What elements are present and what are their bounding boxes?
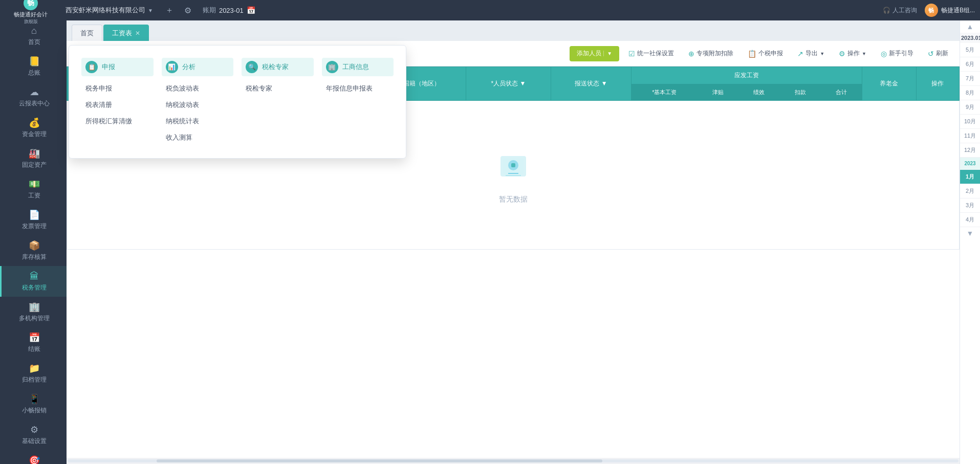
nav-down-arrow[interactable]: ▼: [960, 227, 980, 239]
tax-return-label: 个税申报: [758, 49, 783, 58]
social-insurance-label: 统一社保设置: [637, 49, 674, 58]
menu-item-tax-declaration[interactable]: 税务申报: [81, 80, 154, 97]
add-btn-arrow-icon[interactable]: ▼: [603, 51, 612, 56]
add-person-label: 添加人员: [577, 49, 601, 58]
social-insurance-icon: ☑: [628, 50, 635, 58]
month-5[interactable]: 5月: [960, 43, 980, 57]
period-value: 2023-01: [219, 7, 244, 14]
new-guide-icon: ◎: [881, 50, 887, 58]
sidebar-item-fund[interactable]: 💰 资金管理: [0, 113, 67, 143]
declaration-icon: 📋: [85, 61, 98, 73]
menu-item-tax-check[interactable]: 税检专家: [242, 80, 314, 97]
add-person-button[interactable]: 添加人员 ▼: [570, 46, 619, 61]
month-8[interactable]: 8月: [960, 86, 980, 100]
guide-icon: 🎯: [29, 455, 40, 464]
home-icon: ⌂: [31, 26, 37, 36]
month-1[interactable]: 1月: [960, 170, 980, 184]
sidebar-label-close: 结账: [28, 345, 40, 353]
scrollbar-area[interactable]: [67, 458, 960, 464]
sidebar-item-tax[interactable]: 🏛 税务管理: [0, 266, 67, 297]
menu-item-income-calc[interactable]: 收入测算: [162, 129, 234, 146]
th-status[interactable]: *人员状态 ▼: [466, 67, 551, 101]
month-6[interactable]: 6月: [960, 57, 980, 72]
close-tab-icon[interactable]: ✕: [135, 30, 140, 37]
th-report-status[interactable]: 报送状态 ▼: [551, 67, 631, 101]
special-deduction-button[interactable]: ⊕ 专项附加扣除: [683, 46, 738, 61]
tab-home[interactable]: 首页: [72, 25, 102, 41]
user-info[interactable]: 畅 畅捷通B组...: [925, 4, 975, 17]
sidebar-item-invoice[interactable]: 📄 发票管理: [0, 205, 67, 235]
month-9[interactable]: 9月: [960, 100, 980, 115]
month-3[interactable]: 3月: [960, 198, 980, 213]
year-label-prev: 2023.01: [960, 33, 980, 43]
sidebar-item-ledger[interactable]: 📒 总账: [0, 51, 67, 82]
special-deduction-label: 专项附加扣除: [696, 49, 733, 58]
th-salary-group: 应发工资: [631, 67, 862, 84]
calendar-icon[interactable]: 📅: [247, 6, 255, 14]
app-logo: 畅 畅捷通好会计 旗舰版: [5, 0, 56, 25]
sidebar-item-xiao-chang[interactable]: 📱 小畅报销: [0, 389, 67, 419]
sidebar-label-xiao-chang: 小畅报销: [22, 407, 47, 415]
menu-item-tax-payment[interactable]: 纳税波动表: [162, 97, 234, 113]
month-4[interactable]: 4月: [960, 213, 980, 227]
th-base-salary: *基本工资: [631, 84, 698, 101]
company-name: 西安虾米网络科技有限公司: [66, 6, 145, 15]
operations-button[interactable]: ⚙ 操作 ▼: [834, 46, 872, 61]
export-icon: ↗: [797, 50, 803, 58]
avatar: 畅: [925, 4, 938, 17]
menu-item-tax-stats[interactable]: 纳税统计表: [162, 113, 234, 129]
settings-gear-icon: ⚙: [30, 424, 38, 435]
user-name: 畅捷通B组...: [941, 6, 975, 15]
menu-section-tax-expert: 🔍 税检专家 税检专家: [237, 54, 318, 150]
menu-item-annual-report[interactable]: 年报信息申报表: [322, 80, 394, 97]
month-12[interactable]: 12月: [960, 143, 980, 158]
empty-state-icon: [493, 146, 534, 187]
scrollbar-thumb[interactable]: [157, 459, 602, 462]
sidebar: ⌂ 首页 📒 总账 ☁ 云报表中心 💰 资金管理 🏭 固定资产 💵 工资 📄 发…: [0, 20, 67, 464]
sidebar-item-fixed-assets[interactable]: 🏭 固定资产: [0, 143, 67, 174]
period-label: 账期: [203, 6, 216, 15]
sidebar-item-close-period[interactable]: 📅 结账: [0, 327, 67, 358]
sidebar-item-basic-settings[interactable]: ⚙ 基础设置: [0, 419, 67, 450]
sidebar-item-salary[interactable]: 💵 工资: [0, 174, 67, 205]
headset-icon: 🎧: [883, 7, 890, 14]
dropdown-menu: 📋 申报 税务申报 税表清册 所得税汇算清缴 📊 分析 税负波动表 纳税波动表 …: [69, 45, 406, 159]
new-guide-button[interactable]: ◎ 新手引导: [876, 46, 919, 61]
section-tax-expert-header: 🔍 税检专家: [242, 58, 314, 76]
svg-rect-3: [511, 163, 515, 167]
assets-icon: 🏭: [29, 148, 40, 159]
tab-salary[interactable]: 工资表 ✕: [103, 25, 149, 41]
tax-return-icon: 📋: [748, 50, 756, 58]
menu-item-income-tax[interactable]: 所得税汇算清缴: [81, 113, 154, 129]
tax-return-button[interactable]: 📋 个税申报: [743, 46, 788, 61]
nav-up-arrow[interactable]: ▲: [960, 20, 980, 33]
close-period-icon: 📅: [29, 332, 40, 343]
menu-item-tax-burden[interactable]: 税负波动表: [162, 80, 234, 97]
scrollbar-track[interactable]: [68, 459, 959, 462]
refresh-button[interactable]: ↺ 刷新: [923, 46, 953, 61]
company-selector[interactable]: 西安虾米网络科技有限公司 ▼: [61, 4, 157, 17]
header-right: 🎧 人工咨询 畅 畅捷通B组...: [883, 4, 975, 17]
settings-icon[interactable]: ⚙: [181, 3, 195, 17]
support-button[interactable]: 🎧 人工咨询: [883, 6, 917, 15]
month-7[interactable]: 7月: [960, 72, 980, 86]
add-company-button[interactable]: ＋: [162, 3, 177, 17]
month-2[interactable]: 2月: [960, 184, 980, 198]
sidebar-item-home[interactable]: ⌂ 首页: [0, 20, 67, 51]
month-11[interactable]: 11月: [960, 129, 980, 143]
sidebar-item-cloud-report[interactable]: ☁ 云报表中心: [0, 82, 67, 113]
analysis-icon: 📊: [166, 61, 178, 73]
sidebar-item-archive[interactable]: 📁 归档管理: [0, 358, 67, 389]
sidebar-label-fund: 资金管理: [22, 130, 47, 139]
menu-item-tax-form[interactable]: 税表清册: [81, 97, 154, 113]
month-10[interactable]: 10月: [960, 115, 980, 129]
sidebar-item-multi-org[interactable]: 🏢 多机构管理: [0, 297, 67, 327]
sidebar-item-inventory[interactable]: 📦 库存核算: [0, 235, 67, 266]
inventory-icon: 📦: [29, 240, 40, 251]
sidebar-item-new-guide[interactable]: 🎯 新手引导: [0, 450, 67, 464]
social-insurance-button[interactable]: ☑ 统一社保设置: [623, 46, 679, 61]
multi-org-icon: 🏢: [29, 301, 40, 313]
export-button[interactable]: ↗ 导出 ▼: [792, 46, 830, 61]
app-version: 旗舰版: [24, 18, 38, 25]
sidebar-label-archive: 归档管理: [22, 376, 47, 384]
